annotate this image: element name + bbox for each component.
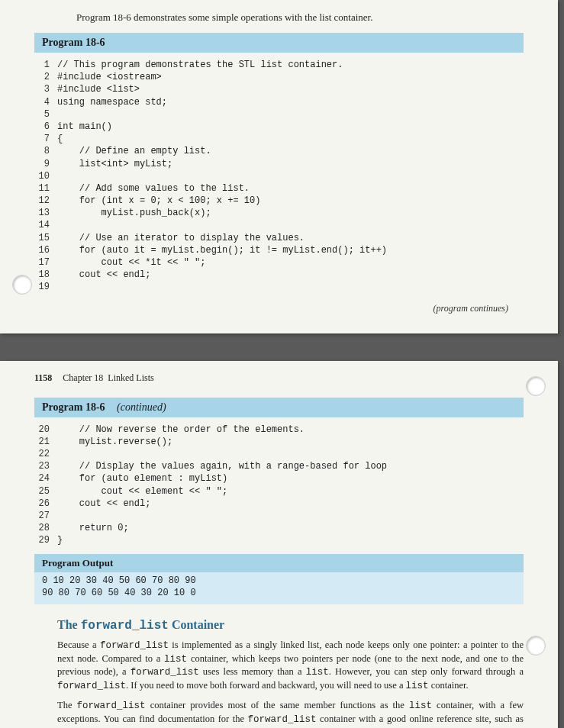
code-listing-1: 1// This program demonstrates the STL li… — [34, 59, 524, 294]
code-line: 4using namespace std; — [36, 96, 524, 108]
line-number: 18 — [36, 269, 57, 281]
page-gap — [0, 347, 564, 361]
code-line: 26 cout << endl; — [36, 498, 524, 510]
line-text: } — [57, 534, 63, 546]
line-text: for (auto element : myList) — [57, 472, 227, 485]
code-line: 13 myList.push_back(x); — [36, 207, 524, 219]
program-header-continued: Program 18-6 (continued) — [34, 398, 524, 417]
line-text: cout << endl; — [57, 269, 150, 281]
page-bottom: 1158 Chapter 18 Linked Lists Program 18-… — [0, 361, 558, 728]
line-text: // Display the values again, with a rang… — [57, 460, 387, 472]
code-line: 9 list<int> myList; — [36, 158, 524, 170]
section-heading: The forward_list Container — [34, 618, 524, 633]
line-number: 19 — [36, 281, 57, 293]
line-number: 6 — [36, 121, 57, 133]
line-number: 9 — [36, 158, 57, 170]
running-header: 1158 Chapter 18 Linked Lists — [34, 372, 524, 384]
line-number: 7 — [36, 133, 57, 145]
code-line: 18 cout << endl; — [36, 269, 524, 281]
code-line: 14 — [36, 219, 524, 231]
line-number: 25 — [36, 485, 57, 498]
line-text: { — [57, 133, 63, 145]
program-continues-note: (program continues) — [34, 303, 524, 314]
program-title: Program 18-6 — [42, 37, 105, 48]
code-listing-2: 20 // Now reverse the order of the eleme… — [34, 424, 524, 547]
line-number: 3 — [36, 83, 57, 95]
line-number: 26 — [36, 498, 57, 510]
code-line: 29} — [36, 534, 524, 546]
chapter-title: Linked Lists — [108, 372, 153, 384]
line-number: 27 — [36, 510, 57, 522]
line-number: 5 — [36, 108, 57, 121]
code-line: 19 — [36, 281, 524, 293]
line-text: list<int> myList; — [57, 158, 172, 170]
line-number: 22 — [36, 448, 57, 460]
line-number: 29 — [36, 534, 57, 546]
continued-label: (continued) — [117, 401, 166, 413]
line-text: cout << *it << " "; — [57, 256, 205, 269]
line-text: // Use an iterator to display the values… — [57, 232, 305, 244]
output-line: 90 80 70 60 50 40 30 20 10 0 — [42, 588, 516, 600]
line-text: for (int x = 0; x < 100; x += 10) — [57, 195, 260, 207]
body-paragraph-1: Because a forward_list is implemented as… — [34, 639, 524, 694]
code-line: 23 // Display the values again, with a r… — [36, 460, 524, 472]
program-header: Program 18-6 — [34, 33, 524, 53]
line-text: // Now reverse the order of the elements… — [57, 424, 305, 436]
code-line: 20 // Now reverse the order of the eleme… — [36, 424, 524, 436]
chapter-label: Chapter 18 — [63, 372, 103, 384]
page-number: 1158 — [34, 372, 52, 384]
output-header: Program Output — [34, 554, 524, 572]
binder-hole-icon — [526, 636, 546, 656]
code-line: 3#include <list> — [36, 83, 524, 95]
code-line: 1// This program demonstrates the STL li… — [36, 59, 524, 71]
line-text: #include <list> — [57, 83, 140, 95]
line-text: myList.push_back(x); — [57, 207, 211, 219]
line-text: cout << element << " "; — [57, 485, 227, 498]
line-text: myList.reverse(); — [57, 436, 172, 448]
code-line: 12 for (int x = 0; x < 100; x += 10) — [36, 195, 524, 207]
code-line: 7{ — [36, 133, 524, 145]
code-line: 11 // Add some values to the list. — [36, 182, 524, 195]
code-line: 8 // Define an empty list. — [36, 145, 524, 157]
line-number: 2 — [36, 71, 57, 83]
line-number: 10 — [36, 170, 57, 182]
code-line: 25 cout << element << " "; — [36, 485, 524, 498]
line-text: using namespace std; — [57, 96, 167, 108]
code-line: 15 // Use an iterator to display the val… — [36, 232, 524, 244]
code-line: 28 return 0; — [36, 522, 524, 534]
code-line: 6int main() — [36, 121, 524, 133]
line-number: 24 — [36, 472, 57, 485]
line-number: 1 — [36, 59, 57, 71]
line-number: 12 — [36, 195, 57, 207]
line-number: 4 — [36, 96, 57, 108]
line-number: 15 — [36, 232, 57, 244]
code-line: 10 — [36, 170, 524, 182]
body-paragraph-2: The forward_list container provides most… — [34, 699, 524, 728]
line-text: // This program demonstrates the STL lis… — [57, 59, 343, 71]
line-number: 13 — [36, 207, 57, 219]
binder-hole-icon — [526, 376, 546, 396]
code-line: 22 — [36, 448, 524, 460]
line-number: 11 — [36, 182, 57, 195]
line-text: #include <iostream> — [57, 71, 162, 83]
line-number: 8 — [36, 145, 57, 157]
code-line: 2#include <iostream> — [36, 71, 524, 83]
line-text: // Add some values to the list. — [57, 182, 250, 195]
line-number: 23 — [36, 460, 57, 472]
line-number: 28 — [36, 522, 57, 534]
intro-paragraph: Program 18-6 demonstrates some simple op… — [34, 11, 524, 24]
program-title: Program 18-6 — [42, 401, 105, 413]
output-body: 0 10 20 30 40 50 60 70 80 9090 80 70 60 … — [34, 572, 524, 604]
line-text: cout << endl; — [57, 498, 150, 510]
line-text: int main() — [57, 121, 112, 133]
code-line: 24 for (auto element : myList) — [36, 472, 524, 485]
output-line: 0 10 20 30 40 50 60 70 80 90 — [42, 575, 516, 588]
line-number: 14 — [36, 219, 57, 231]
code-line: 17 cout << *it << " "; — [36, 256, 524, 269]
line-number: 16 — [36, 244, 57, 256]
code-line: 5 — [36, 108, 524, 121]
code-line: 16 for (auto it = myList.begin(); it != … — [36, 244, 524, 256]
code-line: 21 myList.reverse(); — [36, 436, 524, 448]
line-text: return 0; — [57, 522, 129, 534]
code-line: 27 — [36, 510, 524, 522]
